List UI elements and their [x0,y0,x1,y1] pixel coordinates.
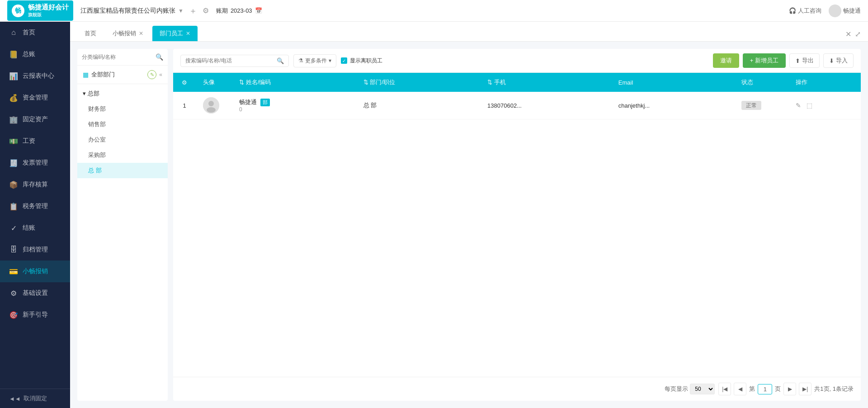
employee-email: chanjethkj... [618,102,650,109]
sidebar-item-salary[interactable]: 💵 工资 [0,130,70,152]
svg-point-2 [207,107,216,113]
calendar-icon[interactable]: 📅 [255,7,262,14]
base-settings-icon: ⚙ [9,289,18,298]
invite-button[interactable]: 邀请 [713,53,739,68]
expenses-icon: 💳 [9,267,18,276]
sidebar-item-invoice[interactable]: 🧾 发票管理 [0,152,70,174]
all-departments-header[interactable]: ▦ 全部部门 ✎ « [77,66,168,84]
sidebar-item-tax[interactable]: 📋 税务管理 [0,195,70,217]
collapse-dept-icon[interactable]: « [159,71,162,78]
add-company-icon[interactable]: ＋ [189,5,197,16]
logout-employee-icon[interactable]: ⬚ [807,102,812,109]
sidebar-item-reports[interactable]: 📊 云报表中心 [0,65,70,87]
sidebar-item-guide[interactable]: 🎯 新手引导 [0,304,70,326]
first-page-button[interactable]: |◀ [718,383,731,395]
sort-icon: ⇅ [487,79,492,85]
add-employee-button[interactable]: + 新增员工 [743,53,786,68]
sidebar: ⌂ 首页 📒 总账 📊 云报表中心 💰 资金管理 🏢 固定资产 💵 工资 [0,22,70,408]
tab-home-label: 首页 [85,29,96,38]
user-name: 畅捷通 [843,7,861,15]
next-page-button[interactable]: ▶ [783,383,796,395]
sidebar-item-label: 库存核算 [23,180,48,189]
sidebar-item-assets[interactable]: 🏢 固定资产 [0,109,70,130]
grid-icon: ▦ [83,71,89,78]
col-settings-icon[interactable]: ⚙ [182,79,187,86]
current-page-input[interactable]: 1 [758,384,772,394]
add-dept-icon[interactable]: ✎ [147,70,156,79]
ledger-icon: 📒 [9,50,18,59]
dept-tree-item-sales[interactable]: 销售部 [77,117,168,132]
col-phone: ⇅ 手机 [480,73,611,92]
tab-department-close-icon[interactable]: ✕ [186,30,190,37]
unpin-sidebar-button[interactable]: ◄◄ 取消固定 [0,389,70,408]
dept-tree: ▾ 总部 财务部 销售部 办公室 采购部 [77,84,168,180]
sidebar-item-label: 基础设置 [23,289,48,297]
content-area: 首页 小畅报销 ✕ 部门员工 ✕ ✕ ⤢ [70,22,868,408]
show-resigned-toggle[interactable]: 显示离职员工 [341,57,382,65]
show-resigned-label: 显示离职员工 [350,57,382,65]
closing-icon: ✓ [9,223,18,232]
per-page-select[interactable]: 50 100 200 [690,384,715,394]
edit-employee-icon[interactable]: ✎ [796,102,801,109]
dept-search-input[interactable] [82,54,153,60]
sort-icon: ⇅ [363,79,368,85]
settings-icon[interactable]: ⚙ [203,6,209,15]
dept-tree-item-finance[interactable]: 财务部 [77,101,168,117]
sidebar-item-label: 总账 [23,50,35,58]
support-button[interactable]: 🎧 人工咨询 [789,7,821,15]
inventory-icon: 📦 [9,180,18,189]
employee-name: 畅捷通 [239,98,257,106]
show-resigned-checkbox[interactable] [341,57,347,64]
close-window-icon[interactable]: ✕ [845,30,851,38]
row-dept: 总 部 [356,92,481,119]
import-button[interactable]: ⬇ 导入 [823,53,854,68]
filter-label: 更多条件 [305,57,327,65]
dept-tree-item-general[interactable]: 总 部 [77,163,168,178]
toolbar-right: 邀请 + 新增员工 ⬆ 导出 ⬇ 导入 [713,53,854,68]
more-filter-button[interactable]: ⚗ 更多条件 ▾ [293,54,336,67]
sidebar-item-archive[interactable]: 🗄 归档管理 [0,239,70,261]
prev-page-button[interactable]: ◀ [734,383,746,395]
tab-expense[interactable]: 小畅报销 ✕ [105,26,151,41]
employee-search-input[interactable] [185,57,274,64]
page-content: 🔍 ▦ 全部部门 ✎ « ▾ 总部 [70,42,868,408]
total-records-label: 共1页, 1条记录 [814,385,854,393]
row-name: 畅捷通 部 0 [232,92,356,119]
last-page-button[interactable]: ▶| [799,383,811,395]
per-page-label: 每页显示 [665,385,688,393]
expand-window-icon[interactable]: ⤢ [855,30,861,38]
export-icon: ⬆ [795,57,800,64]
tab-expense-close-icon[interactable]: ✕ [139,30,143,37]
row-email: chanjethkj... [611,92,734,119]
invoice-icon: 🧾 [9,158,18,167]
export-button[interactable]: ⬆ 导出 [789,53,820,68]
sidebar-item-label: 归档管理 [23,246,48,254]
import-icon: ⬇ [829,57,834,64]
employee-status-badge: 正常 [741,101,761,110]
pagination-footer: 每页显示 50 100 200 |◀ ◀ 第 1 页 [173,377,861,401]
page-unit: 页 [775,385,781,393]
tab-department[interactable]: 部门员工 ✕ [152,26,198,41]
tab-home[interactable]: 首页 [77,26,104,41]
sidebar-item-settings[interactable]: ⚙ 基础设置 [0,282,70,304]
col-name: ⇅ 姓名/编码 [232,73,356,92]
dept-tree-item-hq[interactable]: ▾ 总部 [77,86,168,101]
period-value: 2023-03 [231,7,252,14]
dept-tree-item-office[interactable]: 办公室 [77,132,168,147]
sidebar-item-home[interactable]: ⌂ 首页 [0,22,70,43]
dept-search-icon: 🔍 [156,53,163,61]
dept-tree-item-purchase[interactable]: 采购部 [77,147,168,163]
logo-subtitle: 旗舰版 [28,12,69,18]
sidebar-item-inventory[interactable]: 📦 库存核算 [0,174,70,195]
page-size-selector: 每页显示 50 100 200 [665,384,715,394]
col-avatar: 头像 [196,73,232,92]
assets-icon: 🏢 [9,115,18,124]
sidebar-item-label: 新手引导 [23,311,48,319]
sidebar-item-ledger[interactable]: 📒 总账 [0,43,70,65]
employee-avatar [203,97,219,114]
sidebar-item-expenses[interactable]: 💳 小畅报销 [0,261,70,282]
sidebar-item-funds[interactable]: 💰 资金管理 [0,87,70,109]
sidebar-item-closing[interactable]: ✓ 结账 [0,217,70,239]
user-menu[interactable]: 畅捷通 [829,5,861,17]
company-selector[interactable]: 江西服宝精品有限责任公司内账张 ▼ [80,7,184,15]
